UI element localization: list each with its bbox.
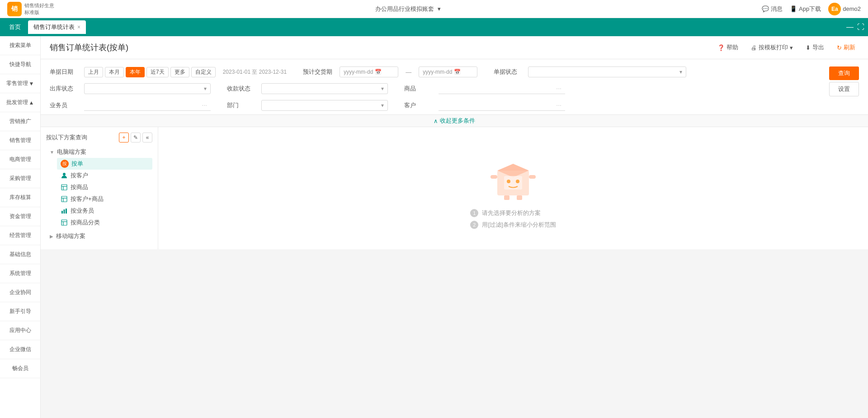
sidebar-item-ecommerce[interactable]: 电商管理 <box>0 150 40 169</box>
tree-children-pc: 按 按单 按客户 按 <box>46 158 152 228</box>
export-btn[interactable]: ⬇ 导出 <box>802 42 828 53</box>
settings-button[interactable]: 设置 <box>829 82 859 96</box>
sidebar-item-search[interactable]: 搜索菜单 <box>0 36 40 55</box>
expected-date-start[interactable]: yyyy-mm-dd 📅 <box>340 66 398 77</box>
date-separator: — <box>406 69 411 76</box>
page-actions: ❓ 帮助 🖨 按模板打印 ▾ ⬇ 导出 ↻ 刷新 <box>714 42 859 53</box>
filter-panel: 单据日期 上月 本月 本年 近7天 更多 自定义 2023-01-01 至 20… <box>41 59 868 127</box>
right-panel: 1 请先选择要分析的方案 2 用[过滤]条件来缩小分析范围 <box>158 127 868 249</box>
tree-group-mobile-header[interactable]: ▶ 移动端方案 <box>46 230 152 242</box>
help-btn[interactable]: ❓ 帮助 <box>714 42 742 53</box>
scheme-by-order[interactable]: 按 按单 <box>57 158 152 170</box>
tab-home[interactable]: 首页 <box>4 20 26 34</box>
refresh-btn[interactable]: ↻ 刷新 <box>833 42 859 53</box>
app-download-btn[interactable]: 📱 App下载 <box>790 5 821 13</box>
sidebar-item-operations[interactable]: 经营管理 <box>0 226 40 245</box>
date-btn-custom[interactable]: 自定义 <box>191 67 216 77</box>
page-title: 销售订单统计表(按单) <box>50 42 128 53</box>
goods-input[interactable]: ··· <box>439 83 565 94</box>
scheme-by-cust-goods[interactable]: 按客户+商品 <box>57 193 152 205</box>
tab-close-icon[interactable]: × <box>77 24 80 30</box>
sidebar-item-purchase[interactable]: 采购管理 <box>0 169 40 188</box>
bar-chart-icon <box>61 207 68 214</box>
sidebar-item-wholesale[interactable]: 批发管理 ▲ <box>0 93 40 112</box>
tab-sales-stats[interactable]: 销售订单统计表 × <box>28 20 86 34</box>
status-label: 单据状态 <box>494 68 521 76</box>
edit-scheme-btn[interactable]: ✎ <box>131 133 141 142</box>
table3-icon <box>61 219 68 226</box>
add-scheme-btn[interactable]: + <box>119 133 129 142</box>
sidebar-item-marketing[interactable]: 营销推广 <box>0 112 40 131</box>
payment-status-select[interactable]: ▾ <box>261 83 388 94</box>
mobile-group-arrow-icon: ▶ <box>50 234 53 239</box>
workspace-selector[interactable]: 办公用品行业模拟账套 ▾ <box>375 5 441 13</box>
status-select[interactable]: ▾ <box>528 66 686 77</box>
sidebar-item-system[interactable]: 系统管理 <box>0 264 40 283</box>
collapse-more-btn[interactable]: ∧ 收起更多条件 <box>41 114 868 127</box>
print-btn[interactable]: 🖨 按模板打印 ▾ <box>747 42 797 53</box>
empty-tips: 1 请先选择要分析的方案 2 用[过滤]条件来缩小分析范围 <box>470 209 556 229</box>
user-menu[interactable]: Ea demo2 <box>828 3 861 15</box>
export-icon: ⬇ <box>806 44 811 51</box>
salesperson-input[interactable]: ··· <box>84 100 211 111</box>
department-select[interactable]: ▾ <box>261 100 388 111</box>
sidebar-item-inventory[interactable]: 库存核算 <box>0 188 40 207</box>
delivery-status-select[interactable]: ▾ <box>84 83 211 94</box>
filter-row-2: 出库状态 ▾ 收款状态 ▾ 商品 ··· <box>50 83 822 94</box>
collapse-panel-btn[interactable]: « <box>142 133 152 142</box>
sidebar-item-finance[interactable]: 资金管理 <box>0 207 40 226</box>
date-btn-7days[interactable]: 近7天 <box>146 67 169 77</box>
workspace-chevron-icon: ▾ <box>438 5 441 12</box>
sidebar-item-basic[interactable]: 基础信息 <box>0 245 40 264</box>
scheme-by-salesperson[interactable]: 按业务员 <box>57 205 152 217</box>
goods-dots-icon[interactable]: ··· <box>556 85 561 92</box>
svg-rect-7 <box>61 211 63 214</box>
svg-rect-18 <box>517 195 522 200</box>
date-btn-lastmonth[interactable]: 上月 <box>84 67 103 77</box>
expected-date-end[interactable]: yyyy-mm-dd 📅 <box>419 66 477 77</box>
left-panel-tools: + ✎ « <box>119 133 152 142</box>
topbar-left: 销 销售情好生意 标准版 <box>7 2 54 16</box>
refresh-icon: ↻ <box>837 44 842 51</box>
scheme-by-goods[interactable]: 按商品 <box>57 181 152 193</box>
scheme-by-goods-cat[interactable]: 按商品分类 <box>57 217 152 228</box>
payment-chevron-icon: ▾ <box>381 86 384 92</box>
sidebar-item-member[interactable]: 畅会员 <box>0 359 40 378</box>
expected-date-label: 预计交货期 <box>303 68 332 76</box>
window-maximize-btn[interactable]: ⛶ <box>857 23 864 31</box>
sidebar: 搜索菜单 快捷导航 零售管理 ▼ 批发管理 ▲ 营销推广 销售管理 电商管理 采… <box>0 36 41 418</box>
date-range-display: 2023-01-01 至 2023-12-31 <box>223 68 287 76</box>
date-label: 单据日期 <box>50 68 77 76</box>
sidebar-item-appstore[interactable]: 应用中心 <box>0 321 40 340</box>
date-btn-thismonth[interactable]: 本月 <box>105 67 124 77</box>
date-btn-more[interactable]: 更多 <box>170 67 189 77</box>
wholesale-arrow-icon: ▲ <box>29 100 34 106</box>
message-btn[interactable]: 💬 消息 <box>762 5 783 13</box>
date-btn-thisyear[interactable]: 本年 <box>126 67 145 77</box>
scheme-by-customer[interactable]: 按客户 <box>57 170 152 181</box>
tree-group-pc-header[interactable]: ▼ 电脑端方案 <box>46 146 152 158</box>
salesperson-label: 业务员 <box>50 101 77 109</box>
salesperson-dots-icon[interactable]: ··· <box>202 101 207 109</box>
svg-point-0 <box>63 173 66 176</box>
calendar-icon: 📅 <box>375 69 382 75</box>
customer-dots-icon[interactable]: ··· <box>556 101 561 109</box>
svg-rect-10 <box>61 220 67 225</box>
sidebar-item-quicknav[interactable]: 快捷导航 <box>0 55 40 74</box>
sidebar-item-retail[interactable]: 零售管理 ▼ <box>0 74 40 93</box>
svg-rect-1 <box>61 185 67 190</box>
query-button[interactable]: 查询 <box>829 66 859 80</box>
window-minimize-btn[interactable]: — <box>846 23 854 31</box>
empty-illustration <box>486 148 540 204</box>
table-icon <box>61 184 68 191</box>
sidebar-item-enterprise[interactable]: 企业协同 <box>0 283 40 302</box>
sidebar-item-sales[interactable]: 销售管理 <box>0 131 40 150</box>
topbar: 销 销售情好生意 标准版 办公用品行业模拟账套 ▾ 💬 消息 📱 App下载 E… <box>0 0 868 18</box>
body-area: 按以下方案查询 + ✎ « ▼ 电脑端方案 <box>41 127 868 249</box>
avatar: Ea <box>828 3 841 15</box>
scheme-by-order-icon: 按 <box>61 160 69 168</box>
customer-input[interactable]: ··· <box>439 100 565 111</box>
empty-tip-2: 2 用[过滤]条件来缩小分析范围 <box>470 221 556 229</box>
sidebar-item-wechat[interactable]: 企业微信 <box>0 340 40 359</box>
sidebar-item-newbie[interactable]: 新手引导 <box>0 302 40 321</box>
